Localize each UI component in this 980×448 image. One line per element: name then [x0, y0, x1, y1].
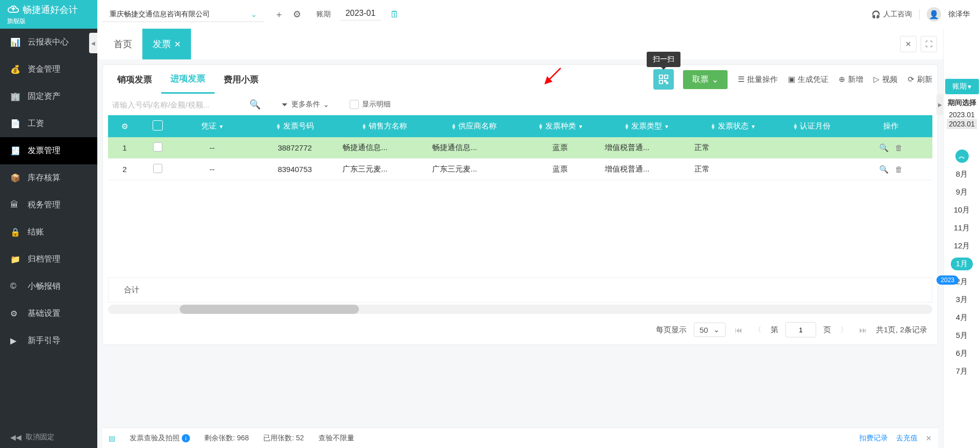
sidebar-item-11[interactable]: ▶新手引导: [0, 327, 97, 354]
select-all-checkbox[interactable]: [153, 120, 163, 131]
row-checkbox[interactable]: [153, 142, 162, 152]
month-3[interactable]: 11月: [949, 222, 975, 234]
cloud-icon: [7, 4, 19, 16]
refresh-action[interactable]: ⟳刷新: [908, 75, 932, 84]
col-invoice-no[interactable]: ▲▼发票号码: [250, 115, 339, 137]
subtab-0[interactable]: 销项发票: [108, 65, 161, 94]
calendar-icon[interactable]: 🗓: [390, 9, 399, 20]
col-type[interactable]: ▲▼发票类型▾: [602, 115, 691, 137]
per-page-select[interactable]: 50⌄: [694, 323, 726, 337]
table-row[interactable]: 1--38872772畅捷通信息...畅捷通信息...蓝票增值税普通...正常🔍…: [108, 137, 932, 159]
subtab-1[interactable]: 进项发票: [161, 65, 215, 94]
pager-next[interactable]: 〉: [838, 325, 850, 335]
sidebar-icon: 🏢: [10, 92, 20, 102]
month-1[interactable]: 9月: [951, 186, 973, 199]
batch-action[interactable]: ☰批量操作: [738, 75, 778, 84]
gen-voucher-action[interactable]: ▣生成凭证: [788, 75, 828, 84]
sidebar-item-3[interactable]: 📄工资: [0, 110, 97, 137]
sidebar-item-6[interactable]: 🏛税务管理: [0, 191, 97, 219]
sidebar-item-7[interactable]: 🔒结账: [0, 219, 97, 246]
col-supplier[interactable]: ▲▼供应商名称: [429, 115, 519, 137]
scan-button[interactable]: [653, 69, 674, 90]
more-filters[interactable]: ⏷更多条件⌄: [281, 100, 329, 109]
pager-prev[interactable]: 〈: [752, 325, 763, 335]
plus-icon[interactable]: ＋: [274, 8, 284, 20]
search-icon[interactable]: 🔍: [249, 99, 261, 110]
sidebar-item-4[interactable]: 🧾发票管理: [0, 137, 97, 164]
category-header: 发票种类: [545, 121, 576, 131]
col-seller[interactable]: ▲▼销售方名称: [339, 115, 429, 137]
gear-icon[interactable]: ⚙: [121, 122, 128, 131]
scrollbar-thumb[interactable]: [180, 305, 359, 314]
tab-label: 发票: [153, 38, 171, 50]
period-value[interactable]: 2023-01: [340, 9, 381, 20]
batch-label: 批量操作: [747, 75, 778, 84]
video-action[interactable]: ▷视频: [874, 75, 898, 84]
sidebar-unpin[interactable]: ◀◀ 取消固定: [0, 426, 97, 448]
close-icon[interactable]: ✕: [926, 434, 932, 442]
table-row[interactable]: 2--83940753广东三元麦...广东三元麦...蓝票增值税普通...正常🔍…: [108, 159, 932, 180]
delete-icon[interactable]: 🗑: [895, 143, 903, 152]
sum-label: 合计: [124, 285, 139, 295]
sidebar-item-2[interactable]: 🏢固定资产: [0, 83, 97, 110]
month-5[interactable]: 1月: [951, 258, 973, 270]
month-0[interactable]: 8月: [951, 168, 973, 181]
sidebar-icon: ⚙: [10, 309, 20, 319]
range-to[interactable]: 2023.01: [947, 119, 977, 129]
sidebar-collapse[interactable]: ◀: [89, 33, 97, 53]
company-selector[interactable]: 重庆畅捷交通信息咨询有限公司 ⌄: [102, 7, 264, 22]
show-detail-toggle[interactable]: 显示明细: [350, 100, 391, 109]
pager-first[interactable]: ⏮: [733, 326, 744, 334]
gear-icon[interactable]: ⚙: [293, 9, 301, 20]
fullscreen-button[interactable]: ⛶: [921, 36, 937, 52]
month-11[interactable]: 7月: [951, 365, 973, 378]
col-voucher[interactable]: 凭证▾: [174, 115, 250, 137]
brand-edition: 旗舰版: [7, 17, 97, 26]
add-action[interactable]: ⊕新增: [839, 75, 863, 84]
range-from[interactable]: 2023.01: [947, 111, 977, 119]
month-4[interactable]: 12月: [949, 240, 975, 252]
pager-last[interactable]: ⏭: [857, 326, 869, 334]
delete-icon[interactable]: 🗑: [895, 165, 903, 174]
pager-summary: 共1页, 2条记录: [876, 325, 927, 335]
sidebar-item-1[interactable]: 💰资金管理: [0, 56, 97, 83]
scroll-up-button[interactable]: ︽: [955, 150, 969, 163]
tab-0[interactable]: 首页: [103, 29, 142, 59]
view-icon[interactable]: 🔍: [879, 143, 889, 152]
sidebar-icon: 🧾: [10, 146, 20, 156]
view-icon[interactable]: 🔍: [879, 165, 889, 174]
search-input[interactable]: [112, 100, 245, 109]
info-icon[interactable]: i: [182, 434, 190, 442]
subtab-2[interactable]: 费用小票: [215, 65, 268, 94]
year-badge: 2023: [936, 275, 958, 285]
sidebar-item-10[interactable]: ⚙基础设置: [0, 300, 97, 327]
close-icon[interactable]: ✕: [174, 39, 181, 49]
rail-collapse[interactable]: ▶: [936, 94, 944, 115]
fee-link[interactable]: 扣费记录: [859, 434, 888, 443]
sidebar-item-9[interactable]: ©小畅报销: [0, 273, 97, 300]
col-status[interactable]: ▲▼发票状态▾: [691, 115, 774, 137]
support-link[interactable]: 🎧 人工咨询: [871, 10, 912, 19]
col-cert-month[interactable]: ▲▼认证月份: [774, 115, 849, 137]
month-2[interactable]: 10月: [949, 204, 975, 217]
col-category[interactable]: ▲▼发票种类▾: [519, 115, 602, 137]
sidebar-item-5[interactable]: 📦库存核算: [0, 164, 97, 191]
row-checkbox[interactable]: [153, 164, 162, 173]
month-7[interactable]: 3月: [951, 293, 973, 306]
sidebar-icon: 📄: [10, 119, 20, 129]
fetch-invoice-button[interactable]: 取票⌄: [683, 70, 728, 89]
month-9[interactable]: 5月: [951, 329, 973, 342]
month-10[interactable]: 6月: [951, 347, 973, 360]
chevron-down-icon: ▾: [968, 82, 971, 91]
sidebar-item-0[interactable]: 📊云报表中心: [0, 29, 97, 56]
month-8[interactable]: 4月: [951, 311, 973, 324]
recharge-link[interactable]: 去充值: [896, 434, 918, 443]
page-input[interactable]: [785, 322, 816, 337]
horizontal-scrollbar[interactable]: [108, 305, 932, 314]
close-all-tabs[interactable]: ✕: [900, 36, 917, 52]
avatar[interactable]: 👤: [927, 7, 941, 22]
period-button[interactable]: 账期▾: [945, 79, 979, 94]
cell-type: 增值税普通...: [602, 159, 691, 180]
sidebar-item-8[interactable]: 📁归档管理: [0, 246, 97, 273]
tab-1[interactable]: 发票✕: [142, 29, 191, 59]
